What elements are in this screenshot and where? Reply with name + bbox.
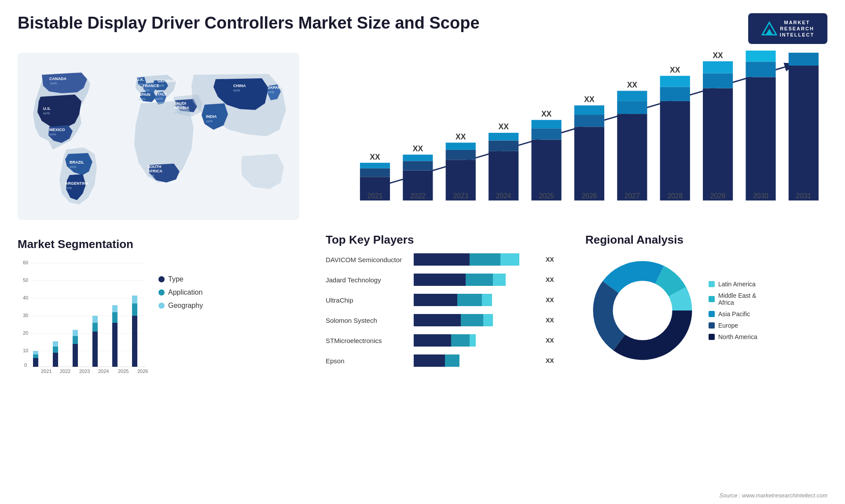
svg-text:xx%: xx% <box>50 81 57 85</box>
seg-y-20: 20 <box>23 330 28 336</box>
player-value-epson: XX <box>546 357 559 364</box>
svg-text:xx%: xx% <box>158 84 164 88</box>
player-row-solomon: Solomon Systech XX <box>326 314 559 326</box>
regional-dot-asia-pacific <box>709 311 715 317</box>
bottom-right-sections: Top Key Players DAVICOM Semiconductor XX… <box>317 233 827 504</box>
source-text: Source : www.marketresearchintellect.com <box>719 492 827 499</box>
seg-x-2023: 2023 <box>79 369 90 374</box>
bar-label-2026: 2026 <box>582 192 597 200</box>
bar-label-2031: 2031 <box>796 192 812 200</box>
regional-title: Regional Analysis <box>585 233 819 247</box>
player-bar-ultrachip <box>414 294 538 306</box>
svg-text:xx%: xx% <box>147 174 154 178</box>
map-label-uk: U.K. <box>136 77 144 82</box>
segmentation-container: 60 50 40 30 20 10 0 <box>18 258 317 378</box>
bar-ultrachip-seg2 <box>457 294 482 306</box>
player-name-ultrachip: UltraChip <box>326 296 409 304</box>
bar-2031-seg1 <box>789 66 819 201</box>
seg-bar-2026-type <box>132 316 137 367</box>
bar-value-2024: XX <box>498 122 509 131</box>
growth-chart: 2021 XX 2022 XX 2023 XX 2024 XX <box>326 48 819 198</box>
bar-label-2021: 2021 <box>367 192 383 200</box>
seg-bar-2026-app <box>132 303 137 316</box>
seg-bar-2022-geo <box>53 341 58 347</box>
page-title: Bistable Display Driver Controllers Mark… <box>18 13 480 33</box>
bar-2030-seg1 <box>746 77 775 200</box>
bar-2025-seg3 <box>531 120 561 128</box>
bar-2022-seg2 <box>403 161 433 170</box>
regional-dot-latin-america <box>709 281 715 287</box>
regional-label-asia-pacific: Asia Pacific <box>718 310 750 318</box>
map-label-italy: ITALY <box>156 92 167 96</box>
map-label-saudi: SAUDI <box>174 101 186 106</box>
bar-value-2026: XX <box>584 95 595 104</box>
bar-jadard-seg3 <box>493 274 505 286</box>
seg-bar-2021-app <box>33 354 38 358</box>
seg-chart-area: 60 50 40 30 20 10 0 <box>18 258 150 378</box>
player-row-stmicro: STMicroelectronics XX <box>326 334 559 347</box>
regional-section: Regional Analysis <box>577 233 827 504</box>
bar-label-2022: 2022 <box>410 192 426 200</box>
legend-geography: Geography <box>158 302 203 310</box>
map-label-japan: JAPAN <box>268 85 281 90</box>
donut-chart <box>585 253 700 368</box>
regional-legend: Latin America Middle East &Africa Asia P… <box>709 281 757 340</box>
seg-x-2025: 2025 <box>118 369 129 374</box>
bar-label-2023: 2023 <box>453 192 468 200</box>
player-name-epson: Epson <box>326 357 409 365</box>
seg-bar-2024-app <box>92 323 98 332</box>
bar-label-2027: 2027 <box>625 192 640 200</box>
bar-2022-seg3 <box>403 155 433 161</box>
player-row-jadard: Jadard Technology XX <box>326 274 559 286</box>
seg-bar-2024-geo <box>92 316 98 323</box>
bar-2026-seg3 <box>574 106 604 115</box>
bar-2029-seg3 <box>703 61 733 73</box>
regional-label-latin-america: Latin America <box>718 281 756 288</box>
seg-bar-2025-app <box>112 312 118 323</box>
player-row-epson: Epson XX <box>326 354 559 367</box>
bar-2024-seg2 <box>489 140 518 151</box>
logo-text-line2: RESEARCH <box>780 26 815 32</box>
bar-davicom-seg2 <box>470 253 501 266</box>
seg-bar-2022-type <box>53 353 58 367</box>
map-label-mexico: MEXICO <box>49 128 65 132</box>
seg-x-2024: 2024 <box>98 369 109 374</box>
player-row-davicom: DAVICOM Semiconductor XX <box>326 253 559 266</box>
seg-x-2022: 2022 <box>60 369 70 374</box>
regional-legend-asia-pacific: Asia Pacific <box>709 310 757 318</box>
bar-solomon-seg3 <box>483 314 493 326</box>
bar-epson-seg1 <box>414 354 445 367</box>
bar-ultrachip-seg3 <box>482 294 492 306</box>
svg-text:xx%: xx% <box>70 165 76 169</box>
logo-icon <box>761 21 777 37</box>
bar-solomon-seg1 <box>414 314 461 326</box>
players-section: Top Key Players DAVICOM Semiconductor XX… <box>317 233 568 504</box>
seg-bar-2026-geo <box>132 296 137 303</box>
growth-chart-svg: 2021 XX 2022 XX 2023 XX 2024 XX <box>326 48 819 215</box>
segmentation-legend: Type Application Geography <box>158 258 203 310</box>
bar-stmicro-seg3 <box>470 334 476 347</box>
players-title: Top Key Players <box>326 233 559 247</box>
seg-x-2021: 2021 <box>41 369 51 374</box>
player-name-jadard: Jadard Technology <box>326 276 409 284</box>
bar-value-2029: XX <box>713 51 723 60</box>
player-bar-jadard <box>414 274 538 286</box>
seg-y-40: 40 <box>23 295 28 300</box>
bar-2023-seg2 <box>446 150 476 160</box>
player-row-ultrachip: UltraChip XX <box>326 294 559 306</box>
bar-label-2030: 2030 <box>753 192 768 200</box>
legend-type: Type <box>158 275 203 283</box>
regional-legend-north-america: North America <box>709 333 757 340</box>
map-label-argentina: ARGENTINA <box>65 181 89 186</box>
bar-2027-seg3 <box>617 91 647 101</box>
bar-value-2023: XX <box>456 132 466 141</box>
seg-y-0: 0 <box>24 362 27 368</box>
bar-2023-seg3 <box>446 142 476 150</box>
player-value-solomon: XX <box>546 317 559 324</box>
bar-2026-seg2 <box>574 115 604 127</box>
main-content: CANADA xx% U.S. xx% MEXICO xx% BRAZIL xx… <box>0 48 845 504</box>
regional-label-north-america: North America <box>718 333 757 340</box>
player-bar-solomon <box>414 314 538 326</box>
player-value-ultrachip: XX <box>546 296 559 303</box>
player-bar-stmicro <box>414 334 538 347</box>
